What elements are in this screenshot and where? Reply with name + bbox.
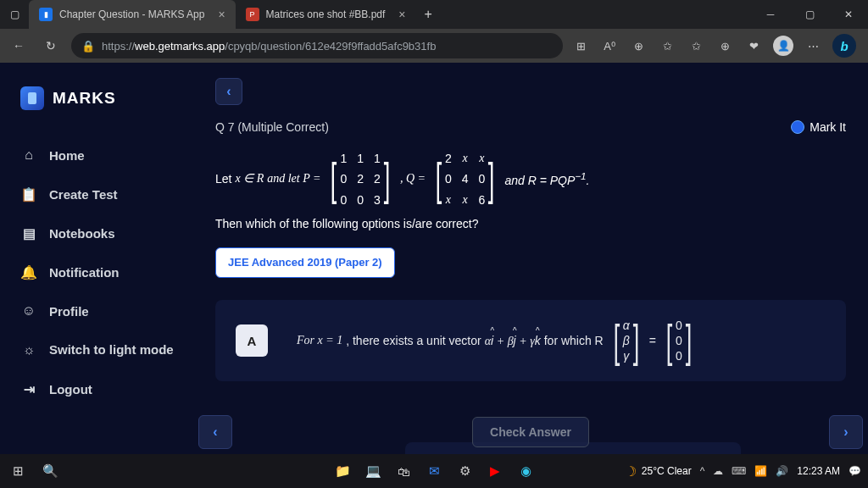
check-answer-button[interactable]: Check Answer xyxy=(472,417,589,447)
weather-widget[interactable]: ☽ 25°C Clear xyxy=(625,463,692,480)
matrix-P: 111 022 003 xyxy=(341,149,381,209)
url-input[interactable]: 🔒 https://web.getmarks.app/cpyqb/questio… xyxy=(71,33,563,58)
brand-icon xyxy=(20,86,44,110)
taskbar-store[interactable]: 🛍 xyxy=(389,457,418,485)
clock[interactable]: 12:23 AM xyxy=(797,465,840,477)
matrix-Q: 2xx 040 xx6 xyxy=(445,149,485,209)
taskbar-settings[interactable]: ⚙ xyxy=(450,457,479,485)
main-content: ‹ Q 7 (Multiple Correct) Mark It Let x ∈… xyxy=(193,63,868,454)
back-button[interactable]: ← xyxy=(7,34,31,58)
home-icon: ⌂ xyxy=(20,147,37,164)
browser-titlebar: ▢ ▮ Chapter Question - MARKS App × P Mat… xyxy=(0,0,868,29)
sidebar-item-profile[interactable]: ☺Profile xyxy=(20,291,193,330)
favorites-bar-icon[interactable]: ✩ xyxy=(687,36,705,55)
tab-favicon-marks: ▮ xyxy=(39,8,53,21)
bell-icon: 🔔 xyxy=(20,263,37,280)
bing-button[interactable]: b xyxy=(832,34,856,58)
taskbar-app[interactable]: 💻 xyxy=(359,457,387,485)
question-body: Let x ∈ R and let P = [ 111 022 003 ] , … xyxy=(215,149,846,278)
brand[interactable]: MARKS xyxy=(20,86,193,110)
zoom-icon[interactable]: ⊕ xyxy=(629,36,648,55)
question-nav-bar: ‹ Check Answer › xyxy=(193,410,868,454)
refresh-button[interactable]: ↻ xyxy=(39,34,63,58)
lock-icon: 🔒 xyxy=(81,40,95,53)
address-bar: ← ↻ 🔒 https://web.getmarks.app/cpyqb/que… xyxy=(0,29,868,63)
close-window-button[interactable]: ✕ xyxy=(829,0,868,29)
tab-title: Chapter Question - MARKS App xyxy=(59,8,204,20)
tab-title: Matrices one shot #BB.pdf xyxy=(266,8,386,20)
profile-avatar[interactable]: 👤 xyxy=(773,36,793,56)
close-icon[interactable]: × xyxy=(398,8,405,21)
next-question-button[interactable]: › xyxy=(829,415,863,449)
close-icon[interactable]: × xyxy=(218,8,225,21)
favorite-icon[interactable]: ✩ xyxy=(658,36,676,55)
logout-icon: ⇥ xyxy=(20,380,37,397)
taskbar-mail[interactable]: ✉ xyxy=(420,457,448,485)
collections-icon[interactable]: ⊕ xyxy=(715,36,734,55)
question-back-button[interactable]: ‹ xyxy=(215,78,242,105)
option-letter: A xyxy=(236,324,268,357)
weather-icon: ☽ xyxy=(625,463,637,480)
brand-text: MARKS xyxy=(53,89,116,108)
source-tag[interactable]: JEE Advanced 2019 (Paper 2) xyxy=(215,247,395,279)
sidebar-item-notification[interactable]: 🔔Notification xyxy=(20,252,193,291)
sidebar-item-home[interactable]: ⌂Home xyxy=(20,136,193,175)
more-icon[interactable]: ⋯ xyxy=(804,36,822,55)
windows-taskbar: ⊞ 🔍 📁 💻 🛍 ✉ ⚙ ▶ ◉ ☽ 25°C Clear ^ ☁ ⌨ 📶 🔊… xyxy=(0,454,868,488)
sun-icon: ☼ xyxy=(20,341,37,358)
taskbar-youtube[interactable]: ▶ xyxy=(481,457,509,485)
taskbar-edge[interactable]: ◉ xyxy=(511,457,540,485)
taskbar-explorer[interactable]: 📁 xyxy=(328,457,357,485)
test-icon: 📋 xyxy=(20,186,37,202)
sidebar-item-logout[interactable]: ⇥Logout xyxy=(20,369,193,408)
question-number: Q 7 (Multiple Correct) xyxy=(215,120,329,134)
profile-icon: ☺ xyxy=(20,302,37,319)
notebook-icon: ▤ xyxy=(20,225,37,241)
tab-favicon-pdf: P xyxy=(246,8,259,21)
tab-pdf[interactable]: P Matrices one shot #BB.pdf × xyxy=(236,0,416,29)
sidebar-item-notebooks[interactable]: ▤Notebooks xyxy=(20,214,193,252)
notifications-icon[interactable]: 💬 xyxy=(849,465,861,477)
volume-icon[interactable]: 🔊 xyxy=(776,465,788,477)
chevron-up-icon[interactable]: ^ xyxy=(700,465,705,477)
search-button[interactable]: 🔍 xyxy=(36,457,64,485)
tab-marks-app[interactable]: ▮ Chapter Question - MARKS App × xyxy=(29,0,236,29)
app-grid-icon[interactable]: ⊞ xyxy=(571,36,590,55)
mark-it-button[interactable]: Mark It xyxy=(791,120,846,134)
wifi-icon[interactable]: 📶 xyxy=(754,465,767,477)
start-button[interactable]: ⊞ xyxy=(3,457,32,485)
sidebar-item-theme[interactable]: ☼Switch to light mode xyxy=(20,330,193,369)
maximize-button[interactable]: ▢ xyxy=(790,0,829,29)
read-aloud-icon[interactable]: A⁰ xyxy=(600,36,619,55)
bookmark-icon xyxy=(791,120,804,134)
minimize-button[interactable]: ─ xyxy=(751,0,790,29)
extension-icon[interactable]: ❤ xyxy=(744,36,763,55)
tab-spacer: ▢ xyxy=(0,0,29,29)
new-tab-button[interactable]: + xyxy=(416,7,441,22)
sidebar-item-create-test[interactable]: 📋Create Test xyxy=(20,175,193,214)
question-then: Then which of the following options is/a… xyxy=(215,214,846,233)
language-icon[interactable]: ⌨ xyxy=(732,465,746,477)
sidebar: MARKS ⌂Home 📋Create Test ▤Notebooks 🔔Not… xyxy=(0,63,193,454)
onedrive-icon[interactable]: ☁ xyxy=(713,465,723,477)
prev-question-button[interactable]: ‹ xyxy=(198,415,232,449)
option-a-card[interactable]: A For x = 1 , there exists a unit vector… xyxy=(215,300,846,381)
